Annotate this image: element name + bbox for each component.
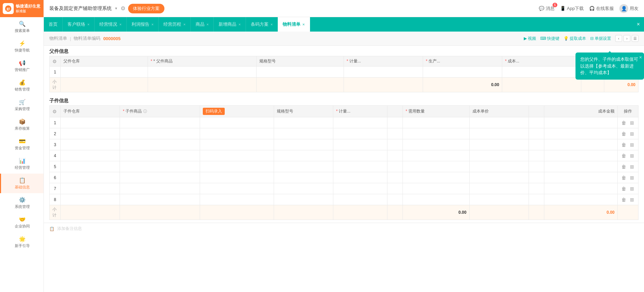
delete-icon-8[interactable]: 🗑 <box>620 196 627 203</box>
system-icon: ⚙️ <box>19 197 26 203</box>
system-dropdown-arrow[interactable]: ▼ <box>114 7 118 10</box>
tab-operations-close[interactable]: × <box>119 22 121 26</box>
parent-col-unit: * 计量... <box>344 56 423 67</box>
child-row-1-spec[interactable] <box>274 117 333 128</box>
extract-cost-action[interactable]: 💡 提取成本 <box>564 36 586 42</box>
child-row-5: 5 🗑⊞ <box>50 161 639 172</box>
copy-icon-2[interactable]: ⊞ <box>629 130 635 137</box>
delete-icon-7[interactable]: 🗑 <box>620 185 627 192</box>
breadcrumb: 物料清单 | 物料清单编码 0000005 <box>49 35 121 42</box>
copy-icon-3[interactable]: ⊞ <box>629 141 635 148</box>
message-icon-item[interactable]: 💬 消息 6 <box>539 5 555 12</box>
child-row-1-amount <box>544 117 618 128</box>
tab-bom-close[interactable]: × <box>302 22 305 26</box>
delete-icon-6[interactable]: 🗑 <box>620 174 627 181</box>
tab-profit[interactable]: 利润报告 × <box>127 17 159 32</box>
nav-close-all-button[interactable]: × <box>633 21 644 27</box>
copy-icon-1[interactable]: ⊞ <box>629 119 635 126</box>
child-subtotal-amount: 0.00 <box>544 205 618 220</box>
copy-icon-8[interactable]: ⊞ <box>629 196 635 203</box>
user-avatar: 👤 <box>619 4 628 13</box>
nav-tabs-bar: 首页 客户联络 × 经营情况 × 利润报告 × 经营历程 × 商品 × 新增商品… <box>44 17 644 32</box>
parent-row-1-spec[interactable] <box>257 67 344 78</box>
shortcut-icon: ⌨ <box>540 36 546 41</box>
sidebar-item-system[interactable]: ⚙️ 系统管理 <box>0 193 44 213</box>
tooltip-close-button[interactable]: × <box>639 54 642 61</box>
parent-row-1-cost[interactable] <box>502 67 581 78</box>
settings-icon[interactable]: ⚙ <box>121 5 125 12</box>
tab-barcode[interactable]: 条码方案 × <box>246 17 278 32</box>
child-row-1-warehouse[interactable] <box>61 117 120 128</box>
tab-new-product[interactable]: 新增商品 × <box>214 17 246 32</box>
child-row-6: 6 🗑⊞ <box>50 172 639 183</box>
tab-bom[interactable]: 物料清单 × <box>278 17 310 32</box>
nav-next-button[interactable]: › <box>623 35 630 42</box>
parent-row-1-product[interactable] <box>148 67 256 78</box>
tab-new-product-close[interactable]: × <box>238 22 240 26</box>
scan-input-button[interactable]: 扫码录入 <box>203 108 225 115</box>
delete-icon-2[interactable]: 🗑 <box>620 130 627 137</box>
view-action[interactable]: ▶ 视频 <box>524 36 536 42</box>
gear-icon-child[interactable]: ⚙ <box>52 109 57 114</box>
cost-tooltip-popup: × 您的父件、子件的成本取值可以选择【参考成本、最新进价、平均成本】 <box>575 52 644 80</box>
sidebar-item-purchase[interactable]: 🛒 采购管理 <box>0 95 44 115</box>
svg-text:好: 好 <box>6 7 10 11</box>
child-row-7: 7 🗑⊞ <box>50 183 639 194</box>
delete-icon-5[interactable]: 🗑 <box>620 163 627 170</box>
parent-row-1-warehouse[interactable] <box>61 67 148 78</box>
delete-icon-4[interactable]: 🗑 <box>620 152 627 159</box>
sidebar-item-sales[interactable]: 💰 销售管理 <box>0 76 44 95</box>
tab-home[interactable]: 首页 <box>44 17 63 32</box>
child-row-1-qty[interactable] <box>402 117 469 128</box>
online-service-item[interactable]: 🎧 在线客服 <box>589 5 614 12</box>
copy-icon-6[interactable]: ⊞ <box>629 174 635 181</box>
tab-profit-close[interactable]: × <box>151 22 153 26</box>
tab-operations[interactable]: 经营情况 × <box>95 17 126 32</box>
child-row-4: 4 🗑⊞ <box>50 150 639 161</box>
parent-row-1-unit[interactable] <box>344 67 423 78</box>
sidebar-item-inventory[interactable]: 📦 库存核算 <box>0 115 44 135</box>
single-settings-action[interactable]: ⊟ 单据设置 <box>590 36 611 42</box>
app-logo: 好 畅捷通好生意 标准版 <box>0 0 44 17</box>
tab-barcode-close[interactable]: × <box>271 22 273 26</box>
trial-button[interactable]: 体验行业方案 <box>128 4 164 13</box>
tab-customer-close[interactable]: × <box>87 22 89 26</box>
gear-icon[interactable]: ⚙ <box>52 59 57 64</box>
user-item[interactable]: 👤 用友 <box>619 4 639 13</box>
app-download-item[interactable]: 📱 App下载 <box>560 5 584 12</box>
tab-product-close[interactable]: × <box>207 22 209 26</box>
tab-history-close[interactable]: × <box>183 22 185 26</box>
sidebar-item-finance[interactable]: 💳 资金管理 <box>0 135 44 154</box>
nav-list-button[interactable]: ☰ <box>632 35 639 42</box>
copy-icon-4[interactable]: ⊞ <box>629 152 635 159</box>
copy-icon-7[interactable]: ⊞ <box>629 185 635 192</box>
bottom-text: 添加备注信息 <box>57 226 82 232</box>
page-header-actions: ▶ 视频 ⌨ 快捷键 💡 提取成本 ⊟ 单据设置 ‹ › <box>524 35 639 42</box>
parent-row-1-production[interactable] <box>423 67 502 78</box>
tab-customer[interactable]: 客户联络 × <box>63 17 95 32</box>
sidebar-item-marketing[interactable]: 📢 营销推广 <box>0 56 44 76</box>
child-col-settings: ⚙ <box>50 106 61 117</box>
nav-prev-button[interactable]: ‹ <box>615 35 622 42</box>
delete-icon-1[interactable]: 🗑 <box>620 119 627 126</box>
breadcrumb-parent[interactable]: 物料清单 <box>49 35 67 42</box>
sidebar-item-enterprise[interactable]: 🤝 企业协同 <box>0 213 44 232</box>
child-row-1-unit[interactable] <box>333 117 387 128</box>
child-table-wrapper: ⚙ 子件仓库 * 子件商品 ⓘ 扫码录入 规格型号 * 计量... * 需用数量… <box>44 105 644 223</box>
sidebar-item-guide[interactable]: 🌟 新手引导 <box>0 232 44 252</box>
quicknav-icon: ⚡ <box>19 40 26 47</box>
child-table: ⚙ 子件仓库 * 子件商品 ⓘ 扫码录入 规格型号 * 计量... * 需用数量… <box>49 105 639 220</box>
settings-icon2: ⊟ <box>590 36 594 41</box>
parent-col-warehouse: 父件仓库 <box>61 56 148 67</box>
shortcut-action[interactable]: ⌨ 快捷键 <box>540 36 559 42</box>
sidebar-item-basics[interactable]: 📋 基础信息 <box>0 174 44 193</box>
copy-icon-5[interactable]: ⊞ <box>629 163 635 170</box>
tab-history[interactable]: 经营历程 × <box>159 17 190 32</box>
sidebar-item-quicknav[interactable]: ⚡ 快捷导航 <box>0 37 44 56</box>
child-row-1-product[interactable] <box>120 117 200 128</box>
sidebar-item-search[interactable]: 🔍 搜索菜单 <box>0 17 44 37</box>
child-row-1-unit-price[interactable] <box>469 117 529 128</box>
tab-product[interactable]: 商品 × <box>191 17 214 32</box>
delete-icon-3[interactable]: 🗑 <box>620 141 627 148</box>
sidebar-item-operations[interactable]: 📊 经营管理 <box>0 154 44 174</box>
